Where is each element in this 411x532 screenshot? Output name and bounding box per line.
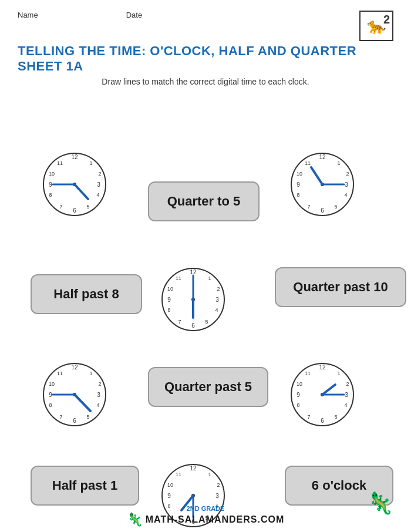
content-area: 12 3 6 9 1 2 4 5 7 8 10 11	[18, 92, 393, 532]
svg-text:9: 9	[167, 493, 171, 499]
svg-text:4: 4	[344, 402, 347, 408]
svg-text:11: 11	[176, 472, 181, 477]
svg-text:4: 4	[96, 192, 99, 198]
svg-text:3: 3	[345, 181, 348, 188]
footer: 2ND GRADE 🦎 MATH-SALAMANDERS.COM	[0, 505, 411, 527]
svg-text:11: 11	[176, 275, 181, 281]
svg-text:11: 11	[57, 371, 63, 376]
svg-text:2: 2	[217, 482, 220, 488]
svg-text:7: 7	[59, 204, 62, 210]
svg-text:7: 7	[307, 414, 310, 420]
label-quarter-to-5: Quarter to 5	[148, 181, 260, 221]
svg-text:7: 7	[178, 319, 181, 325]
svg-text:5: 5	[334, 204, 337, 210]
top-meta: Name Date 2 🐆	[18, 11, 393, 41]
svg-text:12: 12	[71, 364, 78, 371]
svg-text:9: 9	[297, 392, 300, 398]
svg-text:10: 10	[49, 381, 55, 387]
svg-text:6: 6	[73, 417, 76, 424]
svg-text:4: 4	[344, 192, 347, 198]
logo-number: 2	[383, 13, 390, 26]
svg-text:9: 9	[297, 181, 300, 188]
svg-text:1: 1	[89, 160, 92, 166]
clock-3: 12 3 6 9 1 2 4 5 7 8 10 11	[160, 266, 227, 334]
svg-text:1: 1	[89, 371, 92, 376]
svg-text:2: 2	[346, 381, 349, 387]
svg-text:1: 1	[337, 371, 340, 376]
svg-text:2: 2	[98, 381, 101, 387]
svg-text:10: 10	[49, 171, 55, 177]
svg-text:9: 9	[167, 297, 171, 303]
svg-text:3: 3	[97, 392, 100, 398]
label-quarter-past-5: Quarter past 5	[148, 367, 268, 407]
svg-text:4: 4	[215, 307, 218, 313]
svg-text:12: 12	[190, 465, 197, 472]
svg-text:10: 10	[297, 171, 302, 177]
svg-text:5: 5	[86, 414, 89, 420]
footer-brand: 2ND GRADE	[187, 505, 225, 512]
subtitle: Draw lines to match the correct digital …	[18, 77, 393, 86]
svg-text:10: 10	[297, 381, 302, 387]
svg-text:9: 9	[49, 181, 52, 188]
label-half-past-8: Half past 8	[31, 274, 142, 314]
footer-site: MATH-SALAMANDERS.COM	[146, 514, 285, 525]
svg-text:4: 4	[96, 402, 99, 408]
svg-text:11: 11	[305, 371, 311, 376]
clock-5: 12 3 6 9 1 2 4 5 7 8 10 11	[289, 361, 356, 429]
svg-text:12: 12	[190, 269, 197, 275]
svg-text:12: 12	[71, 154, 78, 160]
clock-2: 12 3 6 9 1 2 4 5 7 8 10 11	[289, 151, 356, 218]
svg-text:2: 2	[217, 286, 220, 292]
svg-text:1: 1	[337, 160, 340, 166]
label-half-past-1: Half past 1	[31, 466, 139, 506]
name-label: Name	[18, 11, 38, 19]
svg-text:12: 12	[319, 364, 326, 371]
svg-text:3: 3	[215, 493, 219, 499]
svg-text:9: 9	[49, 392, 52, 398]
svg-text:6: 6	[321, 417, 324, 424]
svg-text:8: 8	[49, 402, 52, 408]
svg-text:5: 5	[86, 204, 89, 210]
name-date: Name Date	[18, 11, 142, 19]
svg-text:2: 2	[98, 171, 101, 177]
svg-text:5: 5	[334, 414, 337, 420]
svg-text:7: 7	[307, 204, 310, 210]
clock-4: 12 3 6 9 1 2 4 5 7 8 10 11	[41, 361, 109, 429]
logo-box: 2 🐆	[359, 11, 393, 41]
page: Name Date 2 🐆 TELLING THE TIME: O'CLOCK,…	[0, 0, 411, 532]
svg-text:10: 10	[167, 286, 173, 292]
svg-text:12: 12	[319, 154, 326, 160]
svg-text:8: 8	[297, 402, 299, 408]
svg-text:10: 10	[167, 482, 173, 488]
svg-text:3: 3	[215, 297, 219, 303]
svg-text:11: 11	[57, 160, 63, 166]
svg-text:8: 8	[49, 192, 52, 198]
svg-text:6: 6	[321, 207, 324, 214]
svg-text:3: 3	[345, 392, 348, 398]
label-quarter-past-10: Quarter past 10	[275, 267, 406, 307]
date-label: Date	[126, 11, 142, 19]
svg-text:1: 1	[208, 275, 211, 281]
svg-text:3: 3	[97, 181, 100, 188]
svg-text:11: 11	[305, 160, 311, 166]
clock-1: 12 3 6 9 1 2 4 5 7 8 10 11	[41, 151, 109, 218]
svg-text:7: 7	[59, 414, 62, 420]
page-title: TELLING THE TIME: O'CLOCK, HALF AND QUAR…	[18, 43, 393, 75]
salamander-decoration: 🦎	[367, 491, 393, 516]
svg-text:6: 6	[73, 207, 76, 214]
svg-text:6: 6	[191, 322, 195, 329]
svg-text:5: 5	[205, 319, 208, 325]
svg-text:2: 2	[346, 171, 349, 177]
svg-text:1: 1	[208, 472, 211, 477]
svg-text:8: 8	[167, 307, 170, 313]
svg-text:8: 8	[297, 192, 299, 198]
